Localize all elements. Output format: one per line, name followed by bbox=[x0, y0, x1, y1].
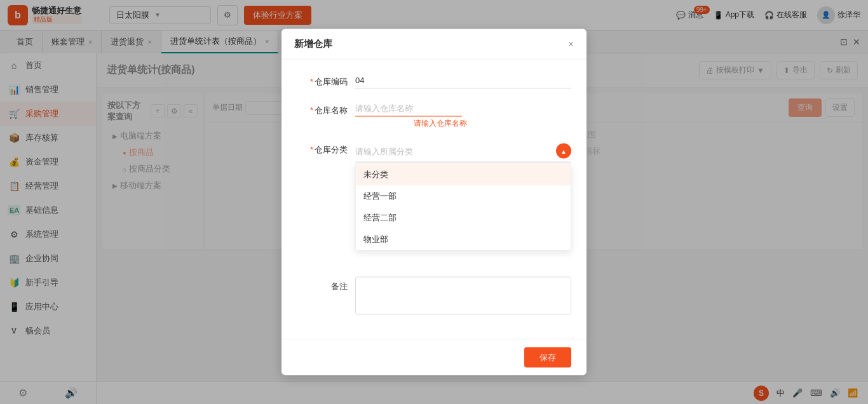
save-button[interactable]: 保存 bbox=[524, 347, 571, 368]
name-label: *仓库名称 bbox=[297, 101, 348, 116]
form-row-note: 备注 bbox=[297, 277, 571, 315]
category-wrapper: ▲ 未分类 经营一部 经营二部 物业部 bbox=[355, 140, 571, 163]
content-area: 进货单统计(按商品) 🖨 按模板打印 ▼ ⬆ 导出 ↻ 刷新 bbox=[97, 53, 868, 404]
form-row-category: *仓库分类 ▲ 未分类 经营一部 经营二部 物业部 bbox=[297, 140, 571, 163]
form-row-name: *仓库名称 请输入仓库名称 bbox=[297, 100, 571, 129]
new-warehouse-modal: 新增仓库 × *仓库编码 *仓库名称 bbox=[281, 53, 587, 375]
modal-footer: 保存 bbox=[281, 339, 587, 375]
category-dropdown-trigger[interactable]: ▲ bbox=[355, 140, 571, 163]
category-input[interactable] bbox=[355, 146, 556, 156]
category-label: *仓库分类 bbox=[297, 140, 348, 156]
dropdown-option-1[interactable]: 经营一部 bbox=[356, 185, 571, 207]
dropdown-option-3[interactable]: 物业部 bbox=[356, 229, 571, 250]
note-label: 备注 bbox=[297, 277, 348, 292]
dropdown-option-0[interactable]: 未分类 bbox=[356, 164, 571, 185]
dropdown-option-2[interactable]: 经营二部 bbox=[356, 207, 571, 229]
modal-header: 新增仓库 × bbox=[281, 53, 587, 60]
note-textarea[interactable] bbox=[355, 277, 571, 315]
name-error-tip: 请输入仓库名称 bbox=[414, 118, 467, 129]
dropdown-arrow-icon[interactable]: ▲ bbox=[556, 144, 571, 159]
form-row-code: *仓库编码 bbox=[297, 72, 571, 89]
modal-body: *仓库编码 *仓库名称 请输入仓库名称 bbox=[281, 60, 587, 339]
code-label: *仓库编码 bbox=[297, 72, 348, 88]
code-input[interactable] bbox=[355, 72, 571, 89]
main-layout: ⌂ 首页 📊 销售管理 🛒 采购管理 📦 库存核算 💰 资金管理 📋 经营管理 … bbox=[0, 53, 868, 404]
name-input[interactable] bbox=[355, 100, 462, 117]
category-dropdown-list: 未分类 经营一部 经营二部 物业部 bbox=[355, 163, 571, 251]
